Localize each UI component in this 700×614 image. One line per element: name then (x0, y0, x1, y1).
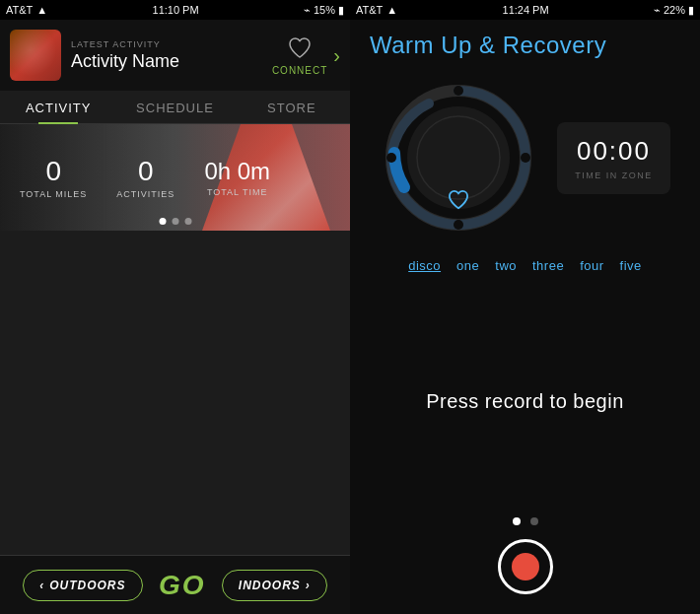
stats-hero: 0 TOTAL MILES 0 ACTIVITIES 0h 0m TOTAL T… (0, 124, 350, 231)
empty-content-area (0, 231, 350, 555)
record-button[interactable] (498, 539, 553, 594)
indoors-label: INDOORS (239, 579, 301, 592)
hero-dot-3 (184, 218, 191, 225)
activities-value: 0 (116, 156, 175, 187)
page-dot-2 (530, 517, 538, 525)
battery-text-left: 15% (314, 4, 335, 16)
activity-name: Activity Name (71, 51, 262, 72)
svg-point-3 (454, 220, 463, 230)
svg-point-4 (386, 153, 396, 163)
total-miles-value: 0 (20, 156, 87, 187)
outdoors-label: OUTDOORS (49, 579, 125, 592)
zone-tabs: disco one two three four five (350, 246, 700, 285)
stats-overlay: 0 TOTAL MILES 0 ACTIVITIES 0h 0m TOTAL T… (0, 124, 350, 231)
signal-icon-left: ▲ (36, 4, 47, 16)
heart-icon (286, 34, 314, 62)
signal-icon-right: ▲ (386, 4, 397, 16)
status-carrier-left: AT&T ▲ (6, 4, 47, 16)
zone-area: 00:00 TIME IN ZONE (350, 69, 700, 246)
page-dot-1 (513, 517, 521, 525)
thumbnail-image (10, 30, 61, 81)
zone-tab-three[interactable]: three (532, 258, 564, 273)
bottom-right (350, 517, 700, 614)
stat-activities: 0 ACTIVITIES (116, 156, 175, 199)
timer-box: 00:00 TIME IN ZONE (557, 122, 670, 194)
activities-label: ACTIVITIES (116, 189, 175, 199)
timer-label: TIME IN ZONE (575, 171, 653, 180)
press-record-text: Press record to begin (426, 390, 624, 413)
right-panel: AT&T ▲ 11:24 PM ⌁ 22% ▮ Warm Up & Recove… (350, 0, 700, 614)
outdoors-button[interactable]: ‹ OUTDOORS (23, 570, 142, 601)
status-bar-left: AT&T ▲ 11:10 PM ⌁ 15% ▮ (0, 0, 350, 20)
left-panel: AT&T ▲ 11:10 PM ⌁ 15% ▮ LATEST ACTIVITY … (0, 0, 350, 614)
timer-value: 00:00 (575, 136, 653, 167)
page-dots (513, 517, 538, 525)
battery-icon-right: ▮ (688, 4, 694, 17)
status-bar-right: AT&T ▲ 11:24 PM ⌁ 22% ▮ (350, 0, 700, 20)
zone-tab-one[interactable]: one (456, 258, 479, 273)
total-time-label: TOTAL TIME (204, 187, 270, 197)
zone-tab-disco[interactable]: disco (408, 258, 441, 273)
carrier-text-right: AT&T (356, 4, 383, 16)
status-right-right: ⌁ 22% ▮ (654, 4, 694, 17)
activity-info: LATEST ACTIVITY Activity Name (71, 39, 262, 72)
connect-button[interactable]: CONNECT (272, 34, 327, 76)
press-record-area: Press record to begin (350, 285, 700, 517)
tab-store[interactable]: STORE (234, 91, 350, 123)
hero-dot-1 (159, 218, 166, 225)
battery-text-right: 22% (664, 4, 685, 16)
page-title-bar: Warm Up & Recovery (350, 20, 700, 69)
zone-tab-five[interactable]: five (620, 258, 642, 273)
hero-pagination-dots (159, 218, 191, 225)
tab-activity[interactable]: ACTIVITY (0, 91, 116, 123)
go-button[interactable]: GO (159, 570, 206, 601)
page-title: Warm Up & Recovery (370, 32, 680, 59)
tab-schedule[interactable]: SCHEDULE (116, 91, 233, 123)
record-button-inner (512, 553, 539, 580)
connect-label: CONNECT (272, 65, 327, 76)
status-carrier-right: AT&T ▲ (356, 4, 397, 16)
activity-thumbnail (10, 30, 61, 81)
zone-tab-four[interactable]: four (580, 258, 603, 273)
svg-point-1 (454, 86, 463, 96)
battery-icon-left: ▮ (338, 4, 344, 17)
time-right: 11:24 PM (503, 4, 549, 16)
stat-total-time: 0h 0m TOTAL TIME (204, 158, 270, 197)
bluetooth-icon-left: ⌁ (304, 4, 311, 17)
status-right-left: ⌁ 15% ▮ (304, 4, 344, 17)
dial-heart-icon (448, 190, 469, 215)
carrier-text-left: AT&T (6, 4, 33, 16)
chevron-left-icon: ‹ (39, 579, 44, 592)
indoors-button[interactable]: INDOORS › (222, 570, 327, 601)
total-miles-label: TOTAL MILES (20, 189, 87, 199)
latest-label: LATEST ACTIVITY (71, 39, 262, 49)
zone-tab-two[interactable]: two (495, 258, 517, 273)
chevron-right-icon[interactable]: › (333, 44, 340, 67)
bluetooth-icon-right: ⌁ (654, 4, 661, 17)
total-time-value: 0h 0m (204, 158, 270, 185)
zone-dial (380, 79, 537, 237)
activity-content: 0 TOTAL MILES 0 ACTIVITIES 0h 0m TOTAL T… (0, 124, 350, 555)
stat-total-miles: 0 TOTAL MILES (20, 156, 87, 199)
time-left: 11:10 PM (153, 4, 199, 16)
tabs-bar: ACTIVITY SCHEDULE STORE (0, 91, 350, 124)
hero-dot-2 (172, 218, 178, 225)
svg-point-2 (521, 153, 530, 163)
chevron-right-icon: › (306, 579, 311, 592)
latest-activity-bar: LATEST ACTIVITY Activity Name CONNECT › (0, 20, 350, 91)
bottom-bar-left: ‹ OUTDOORS GO INDOORS › (0, 555, 350, 614)
